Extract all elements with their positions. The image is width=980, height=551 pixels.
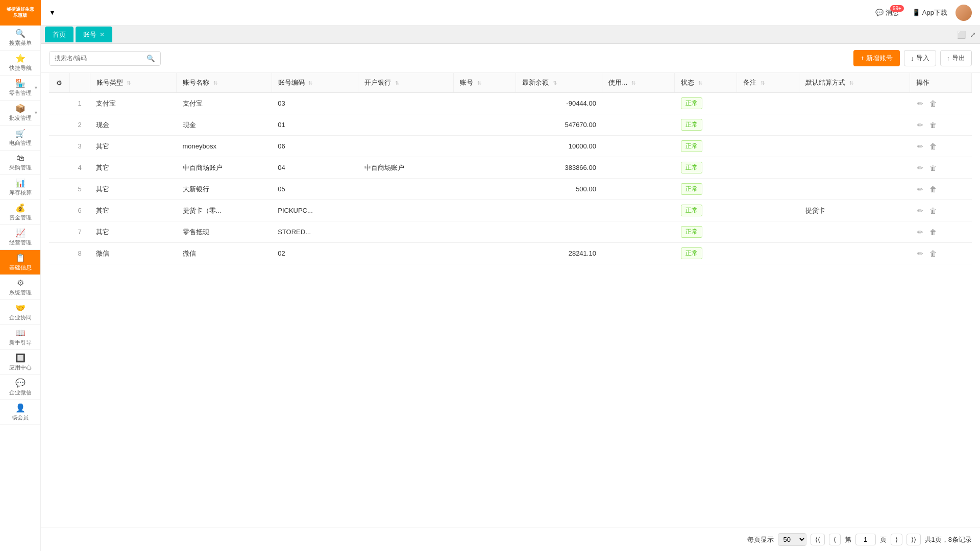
add-account-button[interactable]: + 新增账号 bbox=[853, 50, 900, 66]
sidebar-item-search[interactable]: 🔍 搜索菜单 bbox=[0, 26, 40, 51]
col-default-pay[interactable]: 默认结算方式 ⇅ bbox=[799, 73, 910, 93]
delete-button[interactable]: 🗑 bbox=[928, 163, 938, 173]
last-page-button[interactable]: ⟩⟩ bbox=[906, 534, 921, 545]
tab-expand-controls: ⬜ ⤢ bbox=[957, 31, 976, 39]
delete-button[interactable]: 🗑 bbox=[928, 98, 938, 109]
edit-button[interactable]: ✏ bbox=[916, 163, 924, 173]
edit-button[interactable]: ✏ bbox=[916, 248, 924, 259]
tab-maximize-icon[interactable]: ⤢ bbox=[970, 31, 976, 39]
next-page-button[interactable]: ⟩ bbox=[891, 534, 902, 545]
sidebar-item-member[interactable]: 👤 畅会员 bbox=[0, 400, 40, 425]
search-icon: 🔍 bbox=[146, 55, 155, 62]
cell-balance bbox=[516, 221, 602, 243]
cell-action: ✏ 🗑 bbox=[910, 136, 972, 157]
table-row: 6 其它 提货卡（零... PICKUPC... 正常 提货卡 ✏ 🗑 bbox=[49, 200, 972, 221]
col-bank[interactable]: 开户银行 ⇅ bbox=[358, 73, 454, 93]
page-number-input[interactable] bbox=[855, 534, 876, 545]
cell-remark bbox=[737, 114, 799, 136]
cell-bank bbox=[358, 179, 454, 200]
sidebar-item-basic[interactable]: 📋 基础信息 bbox=[0, 250, 40, 275]
col-balance[interactable]: 最新余额 ⇅ bbox=[516, 73, 602, 93]
cell-usage bbox=[602, 136, 675, 157]
page-size-select[interactable]: 50 100 200 bbox=[778, 533, 806, 546]
col-status[interactable]: 状态 ⇅ bbox=[675, 73, 737, 93]
cell-name: 大新银行 bbox=[177, 179, 272, 200]
first-page-button[interactable]: ⟨⟨ bbox=[811, 534, 825, 545]
app-download-button[interactable]: 📱 App下载 bbox=[912, 8, 947, 17]
wholesale-arrow-icon: ▼ bbox=[34, 110, 38, 115]
col-settings[interactable]: ⚙ bbox=[49, 73, 69, 93]
sidebar-label-retail: 零售管理 bbox=[9, 90, 32, 96]
cell-settings bbox=[49, 200, 69, 221]
sidebar-item-retail[interactable]: 🏪 零售管理 ▼ bbox=[0, 76, 40, 101]
cell-status: 正常 bbox=[675, 93, 737, 114]
sidebar-item-finance[interactable]: 💰 资金管理 bbox=[0, 200, 40, 225]
tab-home[interactable]: 首页 bbox=[45, 27, 74, 42]
delete-button[interactable]: 🗑 bbox=[928, 184, 938, 194]
tab-account[interactable]: 账号 ✕ bbox=[76, 27, 112, 42]
sidebar-item-system[interactable]: ⚙ 系统管理 bbox=[0, 275, 40, 300]
sidebar-label-guide: 新手引导 bbox=[9, 339, 32, 345]
cell-usage bbox=[602, 200, 675, 221]
message-icon: 💬 bbox=[875, 9, 884, 16]
search-menu-icon: 🔍 bbox=[2, 29, 38, 38]
sidebar-label-appcenter: 应用中心 bbox=[9, 364, 32, 370]
col-name[interactable]: 账号名称 ⇅ bbox=[177, 73, 272, 93]
table-row: 4 其它 中百商场账户 04 中百商场账户 383866.00 正常 ✏ 🗑 bbox=[49, 157, 972, 179]
cell-balance: 10000.00 bbox=[516, 136, 602, 157]
sidebar-item-wholesale[interactable]: 📦 批发管理 ▼ bbox=[0, 101, 40, 126]
pagination-bar: 每页显示 50 100 200 ⟨⟨ ⟨ 第 页 ⟩ ⟩⟩ 共1页，8条记录 bbox=[41, 528, 980, 551]
cell-settings bbox=[49, 221, 69, 243]
col-remark[interactable]: 备注 ⇅ bbox=[737, 73, 799, 93]
edit-button[interactable]: ✏ bbox=[916, 120, 924, 130]
col-type[interactable]: 账号类型 ⇅ bbox=[90, 73, 177, 93]
delete-button[interactable]: 🗑 bbox=[928, 141, 938, 152]
edit-button[interactable]: ✏ bbox=[916, 98, 924, 109]
table-row: 7 其它 零售抵现 STORED... 正常 ✏ 🗑 bbox=[49, 221, 972, 243]
cell-usage bbox=[602, 243, 675, 264]
sort-balance-icon: ⇅ bbox=[553, 80, 557, 86]
tab-minimize-icon[interactable]: ⬜ bbox=[957, 31, 966, 39]
import-button[interactable]: ↓ 导入 bbox=[904, 50, 936, 66]
export-button[interactable]: ↑ 导出 bbox=[940, 50, 972, 66]
sidebar-item-shortcut[interactable]: ⭐ 快捷导航 bbox=[0, 51, 40, 76]
user-avatar[interactable] bbox=[955, 5, 972, 21]
col-usage[interactable]: 使用... ⇅ bbox=[602, 73, 675, 93]
delete-button[interactable]: 🗑 bbox=[928, 206, 938, 216]
sidebar-item-purchase[interactable]: 🛍 采购管理 bbox=[0, 151, 40, 175]
sidebar-item-inventory[interactable]: 📊 库存核算 bbox=[0, 175, 40, 200]
search-input[interactable] bbox=[50, 52, 141, 65]
edit-button[interactable]: ✏ bbox=[916, 184, 924, 194]
table-row: 8 微信 微信 02 28241.10 正常 ✏ 🗑 bbox=[49, 243, 972, 264]
cell-account bbox=[453, 136, 516, 157]
cell-status: 正常 bbox=[675, 114, 737, 136]
cell-name: moneybosx bbox=[177, 136, 272, 157]
cell-status: 正常 bbox=[675, 136, 737, 157]
sidebar-item-guide[interactable]: 📖 新手引导 bbox=[0, 325, 40, 350]
sidebar-item-wechat[interactable]: 💬 企业微信 bbox=[0, 375, 40, 400]
app-logo: 畅捷通好生意 乐惠版 bbox=[0, 0, 41, 26]
cell-num: 5 bbox=[69, 179, 90, 200]
sidebar-label-basic: 基础信息 bbox=[9, 264, 32, 270]
message-button[interactable]: 💬 消息 99+ bbox=[875, 8, 899, 17]
delete-button[interactable]: 🗑 bbox=[928, 120, 938, 130]
cell-balance: 28241.10 bbox=[516, 243, 602, 264]
toolbar: 🔍 + 新增账号 ↓ 导入 ↑ 导出 bbox=[41, 44, 980, 73]
delete-button[interactable]: 🗑 bbox=[928, 248, 938, 259]
cell-type: 微信 bbox=[90, 243, 177, 264]
col-account[interactable]: 账号 ⇅ bbox=[453, 73, 516, 93]
sidebar-item-agreement[interactable]: 🤝 企业协同 bbox=[0, 300, 40, 325]
sidebar-item-ecommerce[interactable]: 🛒 电商管理 bbox=[0, 126, 40, 151]
edit-button[interactable]: ✏ bbox=[916, 141, 924, 152]
delete-button[interactable]: 🗑 bbox=[928, 227, 938, 237]
sidebar-item-operation[interactable]: 📈 经营管理 bbox=[0, 225, 40, 250]
col-code[interactable]: 账号编码 ⇅ bbox=[272, 73, 358, 93]
sidebar-item-appcenter[interactable]: 🔲 应用中心 bbox=[0, 350, 40, 375]
topbar-dropdown[interactable]: ▼ bbox=[49, 9, 56, 16]
agreement-icon: 🤝 bbox=[2, 303, 38, 313]
edit-button[interactable]: ✏ bbox=[916, 206, 924, 216]
search-button[interactable]: 🔍 bbox=[141, 52, 160, 65]
prev-page-button[interactable]: ⟨ bbox=[829, 534, 841, 545]
tab-account-close-icon[interactable]: ✕ bbox=[100, 31, 105, 38]
edit-button[interactable]: ✏ bbox=[916, 227, 924, 237]
